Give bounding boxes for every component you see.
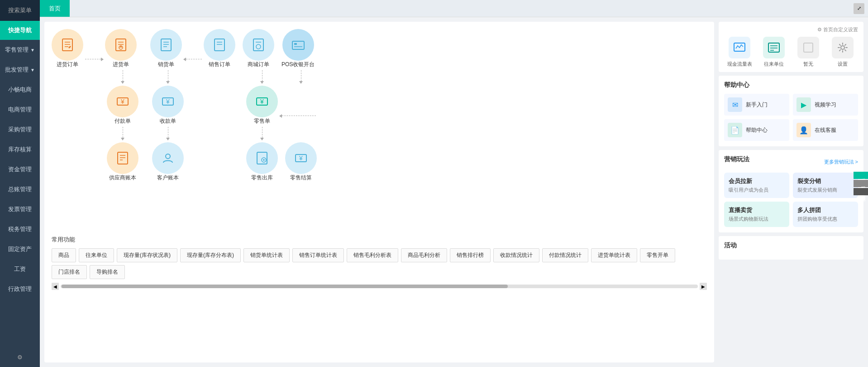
func-btn-goods[interactable]: 商品 <box>52 248 76 262</box>
none-label: 暂无 <box>803 61 813 68</box>
sidebar-item-xiaochang[interactable]: 小畅电商 <box>0 80 40 100</box>
node-gongyingshang[interactable]: 供应商账本 <box>107 142 138 182</box>
quick-icon-none[interactable]: 暂无 <box>793 37 824 68</box>
scrollbar[interactable]: ◀ ▶ <box>52 283 707 290</box>
node-lingshou-jiesuan[interactable]: ¥ 零售结算 <box>285 142 317 182</box>
svg-rect-19 <box>294 43 297 45</box>
func-btn-purchase-stat[interactable]: 进货单统计表 <box>591 248 637 262</box>
sidebar-nav-header[interactable]: 快捷导航 <box>0 21 40 40</box>
flow-diagram: 进货订单 进货单 <box>52 29 707 228</box>
marketing-item-live[interactable]: 直播卖货 场景式购物新玩法 <box>724 202 789 227</box>
func-btn-receipt-stat[interactable]: 收款情况统计 <box>493 248 539 262</box>
quick-icons-grid: 现金流量表 往来单位 暂无 <box>724 37 858 68</box>
floating-buttons: 客服热线 服务社区 桌面快捷 <box>854 172 868 195</box>
node-kehu[interactable]: 客户账本 <box>152 142 184 182</box>
help-item-beginner[interactable]: ✉ 新手入门 <box>724 94 789 116</box>
v-arrow-lingshou1 <box>260 127 264 140</box>
node-jinhuodingdan[interactable]: 进货订单 <box>52 29 83 68</box>
tab-home[interactable]: 首页 <box>40 0 70 17</box>
sidebar-item-tax[interactable]: 税务管理 <box>0 219 40 239</box>
func-btn-stock1[interactable]: 现存量(库存状况表) <box>117 248 177 262</box>
func-btn-retail-order[interactable]: 零售开单 <box>640 248 675 262</box>
help-center-section: 帮助中心 ✉ 新手入门 ▶ 视频学习 📄 帮助中心 👤 <box>719 76 863 146</box>
marketing-section: 营销玩法 更多营销玩法 > 会员拉新 吸引用户成为会员 裂变分销 裂变式发展分销… <box>719 150 863 232</box>
help-label: 帮助中心 <box>746 126 768 134</box>
live-desc: 场景式购物新玩法 <box>729 216 785 222</box>
service-icon: 👤 <box>796 123 811 137</box>
func-btn-sales-stat[interactable]: 销货单统计表 <box>243 248 290 262</box>
scroll-track[interactable] <box>61 285 698 288</box>
svg-rect-41 <box>804 43 813 52</box>
sidebar-search[interactable]: 搜索菜单 <box>0 0 40 21</box>
help-center-title: 帮助中心 <box>724 81 858 89</box>
node-shoukuandan[interactable]: ¥ 收款单 <box>152 86 184 125</box>
float-customer-service[interactable]: 客服热线 <box>854 172 868 179</box>
partner-icon-box <box>763 37 785 58</box>
sidebar-item-admin[interactable]: 行政管理 <box>0 279 40 299</box>
video-label: 视频学习 <box>815 101 836 109</box>
quick-icon-cashflow[interactable]: 现金流量表 <box>724 37 755 68</box>
svg-rect-8 <box>161 39 171 51</box>
help-item-service[interactable]: 👤 在线客服 <box>793 119 858 141</box>
svg-rect-37 <box>768 43 779 52</box>
more-marketing-link[interactable]: 更多营销玩法 > <box>824 159 858 165</box>
v-arrow-shangcheng <box>260 70 264 84</box>
node-lingshou-chuku[interactable]: 零售出库 <box>246 142 278 182</box>
sidebar-item-retail[interactable]: 零售管理▼ <box>0 40 40 60</box>
node-lingshoudan[interactable]: ¥ 零售单 <box>246 86 278 125</box>
marketing-item-member[interactable]: 会员拉新 吸引用户成为会员 <box>724 173 789 198</box>
v-arrow-fukuan <box>121 127 124 140</box>
node-pos[interactable]: POS收银开台 <box>281 29 315 68</box>
svg-text:¥: ¥ <box>260 98 264 105</box>
sidebar-item-ledger[interactable]: 总账管理 <box>0 179 40 199</box>
marketing-item-fission[interactable]: 裂变分销 裂变式发展分销商 <box>793 173 858 198</box>
node-shangcheng-dingdan[interactable]: 商城订单 <box>243 29 274 68</box>
float-community[interactable]: 服务社区 <box>854 180 868 187</box>
sidebar-item-wages[interactable]: 工资 <box>0 259 40 279</box>
func-btn-payment-stat[interactable]: 付款情况统计 <box>542 248 588 262</box>
none-icon-box <box>797 37 819 58</box>
func-btn-order-stat[interactable]: 销售订单统计表 <box>292 248 344 262</box>
tab-expand-btn[interactable]: ⤢ <box>854 3 864 14</box>
help-item-video[interactable]: ▶ 视频学习 <box>793 94 858 116</box>
node-xiaohuo[interactable]: 销货单 <box>150 29 182 68</box>
help-item-help[interactable]: 📄 帮助中心 <box>724 119 789 141</box>
beginner-icon: ✉ <box>728 97 742 112</box>
func-btn-stock2[interactable]: 现存量(库存分布表) <box>180 248 241 262</box>
v-arrow-shoukuan <box>166 127 170 140</box>
quick-icon-settings[interactable]: 设置 <box>827 37 858 68</box>
func-btn-partner[interactable]: 往来单位 <box>79 248 114 262</box>
scroll-right-btn[interactable]: ▶ <box>700 283 707 290</box>
sidebar-item-ecommerce[interactable]: 电商管理 <box>0 100 40 120</box>
svg-point-42 <box>841 46 844 49</box>
sidebar-settings-btn[interactable]: ⚙ <box>0 348 40 367</box>
node-xiaoshou-dingdan[interactable]: 销售订单 <box>204 29 235 68</box>
service-label: 在线客服 <box>815 126 836 134</box>
arrow-jinhuo-to-jinhuodan <box>85 59 103 59</box>
group-desc: 拼团购物享受优惠 <box>797 216 854 222</box>
sidebar-item-inventory[interactable]: 库存核算 <box>0 140 40 159</box>
float-desktop[interactable]: 桌面快捷 <box>854 188 868 195</box>
sidebar-item-invoice[interactable]: 发票管理 <box>0 199 40 219</box>
sidebar-item-assets[interactable]: 固定资产 <box>0 239 40 259</box>
node-jinhuodan[interactable]: 进货单 <box>105 29 137 68</box>
sidebar-item-wholesale[interactable]: 批发管理▼ <box>0 60 40 80</box>
func-btn-store-rank[interactable]: 门店排名 <box>52 265 87 279</box>
group-title: 多人拼团 <box>797 206 854 214</box>
node-fukuandan[interactable]: ¥ 付款单 <box>107 86 138 125</box>
marketing-item-group[interactable]: 多人拼团 拼团购物享受优惠 <box>793 202 858 227</box>
sidebar-item-purchase[interactable]: 采购管理 <box>0 120 40 140</box>
func-btn-profit1[interactable]: 销售毛利分析表 <box>347 248 398 262</box>
func-btn-guide-rank[interactable]: 导购排名 <box>90 265 125 279</box>
help-icon: 📄 <box>728 123 742 137</box>
beginner-label: 新手入门 <box>746 101 768 109</box>
quick-icon-partner[interactable]: 往来单位 <box>758 37 789 68</box>
settings-icon-box <box>832 37 854 58</box>
main-area: 首页 ⤢ 进货订单 <box>40 0 868 367</box>
func-btn-rank[interactable]: 销售排行榜 <box>450 248 491 262</box>
sidebar-item-finance[interactable]: 资金管理 <box>0 159 40 179</box>
quick-icons-header: ⚙ 首页自定义设置 <box>724 26 858 33</box>
customize-btn[interactable]: ⚙ 首页自定义设置 <box>817 26 858 33</box>
func-btn-profit2[interactable]: 商品毛利分析 <box>401 248 447 262</box>
scroll-left-btn[interactable]: ◀ <box>52 283 59 290</box>
